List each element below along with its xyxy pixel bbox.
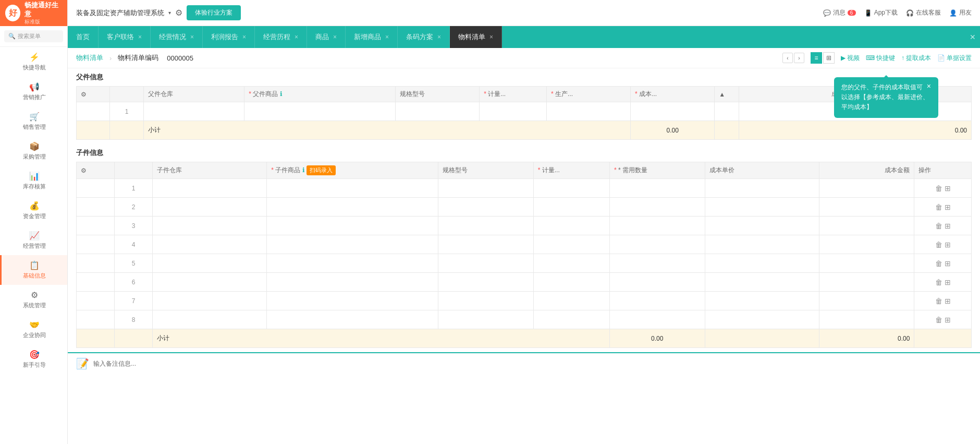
sidebar-item-enterprise[interactable]: 🤝 企业协同 — [0, 315, 67, 344]
child-row7-unitcost[interactable] — [705, 292, 819, 310]
tab-history[interactable]: 经营历程 × — [255, 26, 307, 48]
close-all-btn[interactable]: ✕ — [970, 33, 976, 41]
child-row3-unit[interactable] — [533, 217, 609, 235]
delete-icon[interactable]: 🗑 — [935, 241, 942, 249]
child-row8-goods[interactable] — [267, 310, 438, 329]
sidebar-item-purchase[interactable]: 📦 采购管理 — [0, 136, 67, 166]
child-row2-warehouse[interactable] — [153, 198, 267, 217]
tab-operations[interactable]: 经营情况 × — [151, 26, 203, 48]
child-row5-warehouse[interactable] — [153, 254, 267, 273]
tab-profit-close[interactable]: × — [242, 33, 246, 41]
delete-icon[interactable]: 🗑 — [935, 259, 942, 268]
copy-icon[interactable]: ⊞ — [945, 203, 951, 211]
tab-new-goods-close[interactable]: × — [385, 33, 389, 41]
child-row6-warehouse[interactable] — [153, 273, 267, 292]
parent-row1-warehouse[interactable] — [143, 102, 244, 121]
breadcrumb-link[interactable]: 物料清单 — [76, 53, 103, 63]
tab-operations-close[interactable]: × — [190, 33, 194, 41]
child-row8-qty[interactable] — [609, 310, 705, 329]
child-row5-qty[interactable] — [609, 254, 705, 273]
tab-customer-close[interactable]: × — [138, 33, 142, 41]
child-row6-unit[interactable] — [533, 273, 609, 292]
sidebar-item-system[interactable]: ⚙ 系统管理 — [0, 285, 67, 315]
tooltip-close-btn[interactable]: × — [927, 82, 931, 90]
child-row7-spec[interactable] — [438, 292, 534, 310]
copy-icon[interactable]: ⊞ — [945, 278, 951, 286]
video-btn[interactable]: ▶ 视频 — [841, 54, 860, 63]
tab-bom[interactable]: 物料清单 × — [450, 26, 502, 48]
parent-row1-prod[interactable] — [547, 102, 631, 121]
tab-bom-close[interactable]: × — [489, 33, 493, 41]
tab-goods[interactable]: 商品 × — [307, 26, 346, 48]
sidebar-item-operations[interactable]: 📈 经营管理 — [0, 225, 67, 255]
tab-barcode[interactable]: 条码方案 × — [398, 26, 450, 48]
sidebar-item-inventory[interactable]: 📊 库存核算 — [0, 166, 67, 196]
parent-row1-unit[interactable] — [480, 102, 547, 121]
tab-home[interactable]: 首页 — [68, 26, 99, 48]
tab-goods-close[interactable]: × — [333, 33, 337, 41]
child-row7-warehouse[interactable] — [153, 292, 267, 310]
child-row5-unit[interactable] — [533, 254, 609, 273]
system-dropdown-arrow[interactable]: ▾ — [168, 10, 171, 16]
child-row4-unit[interactable] — [533, 235, 609, 254]
tab-new-goods[interactable]: 新增商品 × — [346, 26, 398, 48]
note-placeholder[interactable]: 输入备注信息... — [93, 359, 136, 368]
shortcut-btn[interactable]: ⌨ 快捷键 — [866, 54, 895, 63]
delete-icon[interactable]: 🗑 — [935, 203, 942, 211]
child-row1-warehouse[interactable] — [153, 179, 267, 198]
child-row4-spec[interactable] — [438, 235, 534, 254]
trial-button[interactable]: 体验行业方案 — [187, 5, 241, 20]
parent-row1-cost[interactable] — [631, 102, 715, 121]
child-row1-qty[interactable] — [609, 179, 705, 198]
child-row3-spec[interactable] — [438, 217, 534, 235]
child-row3-unitcost[interactable] — [705, 217, 819, 235]
tab-profit[interactable]: 利润报告 × — [203, 26, 255, 48]
child-row7-unit[interactable] — [533, 292, 609, 310]
child-row3-qty[interactable] — [609, 217, 705, 235]
child-row8-unit[interactable] — [533, 310, 609, 329]
message-btn[interactable]: 💬 消息 6 — [823, 8, 856, 17]
child-row4-unitcost[interactable] — [705, 235, 819, 254]
sidebar-item-marketing[interactable]: 📢 营销推广 — [0, 77, 67, 106]
child-row2-qty[interactable] — [609, 198, 705, 217]
parent-row1-spec[interactable] — [396, 102, 480, 121]
child-row1-unit[interactable] — [533, 179, 609, 198]
copy-icon[interactable]: ⊞ — [945, 297, 951, 305]
sidebar-item-quick-nav[interactable]: ⚡ 快捷导航 — [0, 47, 67, 77]
sidebar-item-finance[interactable]: 💰 资金管理 — [0, 196, 67, 225]
child-row3-warehouse[interactable] — [153, 217, 267, 235]
child-row2-unitcost[interactable] — [705, 198, 819, 217]
child-row6-qty[interactable] — [609, 273, 705, 292]
parent-col-settings[interactable]: ⚙ — [77, 87, 110, 102]
child-row2-spec[interactable] — [438, 198, 534, 217]
child-row8-unitcost[interactable] — [705, 310, 819, 329]
child-row8-warehouse[interactable] — [153, 310, 267, 329]
child-row6-unitcost[interactable] — [705, 273, 819, 292]
nav-next-btn[interactable]: › — [794, 53, 804, 63]
child-row5-goods[interactable] — [267, 254, 438, 273]
sidebar-item-sales[interactable]: 🛒 销售管理 — [0, 106, 67, 136]
child-row3-goods[interactable] — [267, 217, 438, 235]
child-row1-unitcost[interactable] — [705, 179, 819, 198]
scan-input-btn[interactable]: 扫码录入 — [307, 165, 336, 175]
settings-icon[interactable]: ⚙ — [175, 8, 182, 18]
child-row2-goods[interactable] — [267, 198, 438, 217]
nav-prev-btn[interactable]: ‹ — [782, 53, 793, 63]
view-grid-btn[interactable]: ⊞ — [823, 52, 835, 64]
delete-icon[interactable]: 🗑 — [935, 316, 942, 324]
child-row5-unitcost[interactable] — [705, 254, 819, 273]
copy-icon[interactable]: ⊞ — [945, 222, 951, 230]
child-row2-unit[interactable] — [533, 198, 609, 217]
delete-icon[interactable]: 🗑 — [935, 278, 942, 286]
child-col-settings[interactable]: ⚙ — [77, 162, 115, 179]
child-row1-goods[interactable] — [267, 179, 438, 198]
child-row7-qty[interactable] — [609, 292, 705, 310]
copy-icon[interactable]: ⊞ — [945, 259, 951, 268]
child-row4-qty[interactable] — [609, 235, 705, 254]
sidebar-item-basic-info[interactable]: 📋 基础信息 — [0, 255, 67, 285]
child-row4-warehouse[interactable] — [153, 235, 267, 254]
tab-history-close[interactable]: × — [295, 33, 298, 41]
copy-icon[interactable]: ⊞ — [945, 184, 951, 193]
tab-barcode-close[interactable]: × — [437, 33, 441, 41]
child-row1-spec[interactable] — [438, 179, 534, 198]
